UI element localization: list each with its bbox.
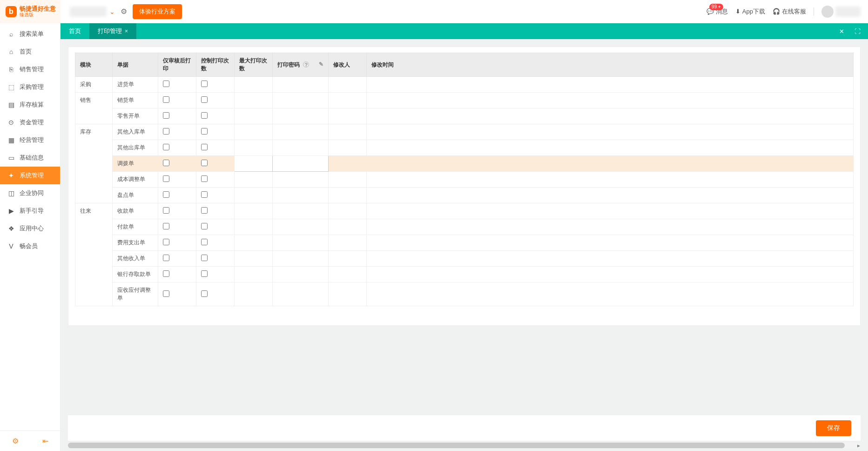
only-after-audit-checkbox[interactable] (163, 144, 169, 150)
sidebar-item-base[interactable]: ▭基础信息 (0, 149, 60, 167)
tab-打印管理[interactable]: 打印管理× (89, 23, 136, 39)
sidebar-item-search-menu[interactable]: ⌕搜索菜单 (0, 25, 60, 43)
cell-max-count[interactable] (235, 156, 273, 172)
cell-modify-time (367, 77, 854, 93)
table-header-row: 模块 单据 仅审核后打印 控制打印次数 最大打印次数 打印密码 ? ✎ (75, 53, 854, 77)
cell-only-after-audit (158, 219, 196, 235)
control-count-checkbox[interactable] (201, 207, 208, 214)
cell-only-after-audit (158, 235, 196, 251)
th-modify-time: 修改时间 (367, 53, 854, 77)
control-count-checkbox[interactable] (201, 255, 208, 261)
cell-modifier (329, 188, 367, 203)
sidebar-item-purchase[interactable]: ⬚采购管理 (0, 78, 60, 96)
sidebar-item-appcenter[interactable]: ❖应用中心 (0, 220, 60, 237)
only-after-audit-checkbox[interactable] (163, 112, 169, 119)
cell-module: 采购 (75, 77, 113, 93)
control-count-checkbox[interactable] (201, 239, 208, 245)
vip-icon: V (7, 242, 15, 250)
control-count-checkbox[interactable] (201, 270, 208, 277)
control-count-checkbox[interactable] (201, 112, 208, 119)
only-after-audit-checkbox[interactable] (163, 207, 169, 214)
print-settings-table: 模块 单据 仅审核后打印 控制打印次数 最大打印次数 打印密码 ? ✎ (75, 53, 854, 306)
settings-gear-icon[interactable]: ⚙ (12, 437, 19, 445)
scroll-right-icon[interactable]: ► (856, 443, 861, 448)
card-panel: 模块 单据 仅审核后打印 控制打印次数 最大打印次数 打印密码 ? ✎ (68, 47, 861, 326)
only-after-audit-checkbox[interactable] (163, 81, 169, 87)
collapse-icon[interactable]: ⇤ (42, 437, 48, 445)
control-count-checkbox[interactable] (201, 144, 208, 150)
control-count-checkbox[interactable] (201, 191, 208, 198)
control-count-checkbox[interactable] (201, 96, 208, 103)
chevron-down-icon: ⌄ (109, 8, 115, 15)
control-count-checkbox[interactable] (201, 223, 208, 229)
brand-edition: 臻选版 (20, 12, 56, 17)
cell-max-count (235, 77, 273, 93)
only-after-audit-checkbox[interactable] (163, 96, 169, 103)
th-only-after-audit: 仅审核后打印 (158, 53, 196, 77)
tab-close-icon[interactable]: × (125, 28, 128, 34)
help-icon[interactable]: ? (303, 61, 309, 67)
only-after-audit-checkbox[interactable] (163, 223, 169, 229)
table-row: 费用支出单 (75, 235, 854, 251)
cell-doc: 调拨单 (113, 156, 158, 172)
control-count-checkbox[interactable] (201, 160, 208, 166)
scrollbar-thumb[interactable] (68, 443, 845, 448)
only-after-audit-checkbox[interactable] (163, 191, 169, 198)
settings-icon[interactable]: ⚙ (121, 7, 127, 16)
control-count-checkbox[interactable] (201, 128, 208, 135)
cell-modifier (329, 140, 367, 156)
only-after-audit-checkbox[interactable] (163, 128, 169, 135)
fullscreen-icon[interactable]: ⛶ (851, 25, 863, 37)
messages-link[interactable]: 💬 消息 99 + (707, 7, 728, 16)
cell-control-count (196, 267, 235, 283)
control-count-checkbox[interactable] (201, 81, 208, 87)
industry-plan-button[interactable]: 体验行业方案 (133, 4, 182, 19)
cell-print-password (273, 172, 329, 188)
close-all-tabs-icon[interactable]: ✕ (835, 25, 848, 37)
sidebar-item-vip[interactable]: V畅会员 (0, 237, 60, 255)
sidebar-item-system[interactable]: ✦系统管理 (0, 167, 60, 184)
sidebar-item-funds[interactable]: ⊙资金管理 (0, 114, 60, 131)
cell-modifier (329, 219, 367, 235)
save-button[interactable]: 保存 (816, 420, 851, 436)
brand-logo[interactable]: b 畅捷通好生意 臻选版 (0, 0, 61, 23)
tenant-selector[interactable]: ⌄ (70, 7, 115, 17)
app-download-link[interactable]: ⬇ App下载 (735, 7, 765, 16)
topbar: b 畅捷通好生意 臻选版 ⌄ ⚙ 体验行业方案 💬 消息 99 + ⬇ App下… (0, 0, 868, 23)
only-after-audit-checkbox[interactable] (163, 270, 169, 277)
sidebar-item-sales[interactable]: ⎘销售管理 (0, 61, 60, 78)
only-after-audit-checkbox[interactable] (163, 239, 169, 245)
cell-print-password[interactable] (273, 156, 329, 172)
tab-首页[interactable]: 首页 (61, 23, 89, 39)
sidebar-item-label: 销售管理 (20, 65, 44, 74)
only-after-audit-checkbox[interactable] (163, 255, 169, 261)
footer-bar: 保存 (68, 415, 861, 441)
cell-control-count (196, 283, 235, 306)
user-menu[interactable] (821, 6, 861, 18)
cell-modifier (329, 283, 367, 306)
main-area: 首页打印管理× ✕ ⛶ 模块 单据 (61, 23, 868, 451)
cell-modifier (329, 235, 367, 251)
control-count-checkbox[interactable] (201, 175, 208, 182)
cell-modifier (329, 251, 367, 267)
edit-column-icon[interactable]: ✎ (319, 61, 323, 67)
control-count-checkbox[interactable] (201, 290, 208, 297)
cell-doc: 进货单 (113, 77, 158, 93)
divider (814, 7, 814, 16)
sidebar-item-inventory[interactable]: ▤库存核算 (0, 96, 60, 114)
cell-modify-time (367, 203, 854, 219)
online-service-link[interactable]: 🎧 在线客服 (773, 7, 806, 16)
cell-doc: 应收应付调整单 (113, 283, 158, 306)
only-after-audit-checkbox[interactable] (163, 175, 169, 182)
cell-max-count (235, 93, 273, 108)
sidebar-item-collab[interactable]: ◫企业协同 (0, 184, 60, 202)
sidebar-item-home[interactable]: ⌂首页 (0, 43, 60, 61)
horizontal-scrollbar[interactable]: ◄ ► (68, 443, 861, 448)
only-after-audit-checkbox[interactable] (163, 160, 169, 166)
cell-max-count (235, 283, 273, 306)
sidebar-item-guide[interactable]: ▶新手引导 (0, 202, 60, 220)
cell-modify-time (367, 93, 854, 108)
only-after-audit-checkbox[interactable] (163, 290, 169, 297)
sidebar-item-ops[interactable]: ▦经营管理 (0, 131, 60, 149)
cell-modify-time (367, 172, 854, 188)
